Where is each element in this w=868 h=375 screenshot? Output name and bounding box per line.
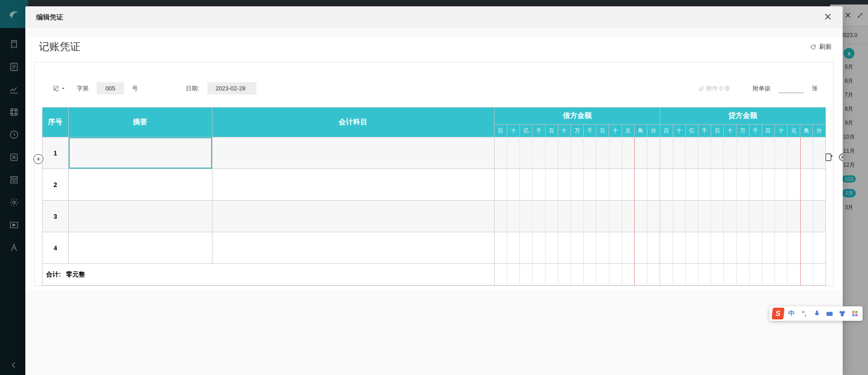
close-icon[interactable]: ✕ — [824, 12, 832, 22]
debit-amount-cell[interactable] — [494, 169, 660, 201]
debit-amount-cell[interactable] — [494, 137, 660, 169]
digit-unit-header: 百 — [545, 125, 558, 137]
modal-body: 记账凭证 刷新 记 字第 005 号 — [25, 28, 843, 375]
row-index: 2 — [42, 169, 69, 201]
svg-rect-6 — [826, 154, 831, 161]
col-debit: 借方金额 — [494, 108, 660, 125]
ime-punct-icon[interactable]: °, — [799, 309, 809, 319]
col-account: 会计科目 — [212, 108, 494, 137]
account-cell[interactable] — [212, 169, 494, 201]
refresh-label: 刷新 — [819, 43, 832, 51]
digit-unit-header: 十 — [558, 125, 571, 137]
totals-row: 合计: 零元整 — [42, 264, 826, 286]
digit-unit-header: 千 — [584, 125, 596, 137]
credit-amount-cell[interactable] — [660, 201, 826, 232]
svg-rect-10 — [855, 311, 858, 313]
credit-amount-cell[interactable] — [660, 232, 826, 264]
summary-input[interactable] — [70, 138, 211, 168]
svg-rect-8 — [826, 312, 833, 316]
summary-cell[interactable] — [68, 201, 212, 232]
col-summary: 摘要 — [68, 108, 212, 137]
date-input[interactable]: 2023-02-28 — [208, 82, 256, 94]
add-row-button[interactable] — [33, 154, 43, 164]
bill-label: 附单据 — [753, 84, 770, 93]
credit-amount-cell[interactable] — [660, 169, 826, 201]
voucher-modal: 编辑凭证 ✕ 记账凭证 刷新 记 字第 — [25, 6, 843, 375]
table-row: 4 — [42, 232, 826, 264]
digit-unit-header: 十 — [609, 125, 622, 137]
account-cell[interactable] — [212, 201, 494, 232]
delete-icon — [838, 153, 843, 162]
voucher-type-dropdown[interactable]: 记 — [50, 84, 69, 94]
voucher-type-value: 记 — [53, 84, 59, 93]
voucher-table: 序号 摘要 会计科目 借方金额 贷方金额 百十亿千百十万千百十元角分百十亿千百十… — [42, 107, 826, 286]
summary-cell[interactable] — [68, 137, 212, 169]
modal-header: 编辑凭证 ✕ — [25, 6, 843, 28]
voucher-table-body: 1234 — [42, 137, 826, 264]
digit-unit-header: 万 — [736, 125, 749, 137]
digit-unit-header: 万 — [571, 125, 583, 137]
voucher-number-input[interactable]: 005 — [97, 82, 124, 94]
plus-icon — [35, 156, 42, 162]
digit-unit-header: 十 — [774, 125, 787, 137]
digit-unit-header: 百 — [711, 125, 724, 137]
table-row: 2 — [42, 169, 826, 201]
refresh-button[interactable]: 刷新 — [810, 43, 832, 51]
refresh-icon — [810, 44, 816, 50]
totals-credit — [660, 264, 826, 286]
ime-skin-icon[interactable] — [837, 309, 847, 319]
digit-unit-header: 亿 — [685, 125, 698, 137]
voucher-table-head: 序号 摘要 会计科目 借方金额 贷方金额 百十亿千百十万千百十元角分百十亿千百十… — [42, 108, 826, 137]
account-cell[interactable] — [212, 137, 494, 169]
col-seq: 序号 — [42, 108, 69, 137]
digit-unit-header: 千 — [698, 125, 711, 137]
chevron-down-icon — [61, 86, 66, 91]
digit-unit-header: 十 — [724, 125, 736, 137]
ime-mic-icon[interactable] — [812, 309, 822, 319]
attachment-label: 附件 0 张 — [706, 84, 730, 93]
row-index: 4 — [42, 232, 69, 264]
digit-unit-header: 分 — [813, 125, 826, 137]
digit-unit-header: 百 — [762, 125, 774, 137]
digit-unit-header: 百 — [596, 125, 609, 137]
digit-unit-header: 百 — [494, 125, 507, 137]
debit-amount-cell[interactable] — [494, 201, 660, 232]
summary-cell[interactable] — [68, 232, 212, 264]
voucher-number-suffix: 号 — [132, 84, 138, 93]
row-index: 3 — [42, 201, 69, 232]
svg-rect-9 — [852, 311, 854, 313]
svg-rect-11 — [852, 314, 854, 316]
page-title: 记账凭证 — [36, 40, 80, 54]
digit-unit-header: 亿 — [520, 125, 533, 137]
ime-menu-icon[interactable] — [850, 309, 860, 319]
bill-unit: 张 — [812, 84, 818, 93]
panel-head: 记账凭证 刷新 — [34, 37, 834, 59]
col-credit: 贷方金额 — [660, 108, 826, 125]
digit-unit-header: 元 — [622, 125, 634, 137]
attachment-button[interactable]: 附件 0 张 — [698, 84, 730, 93]
delete-row-button[interactable] — [838, 152, 843, 162]
date-label: 日期: — [186, 84, 199, 93]
digit-unit-header: 千 — [533, 125, 545, 137]
digit-unit-header: 角 — [634, 125, 647, 137]
digit-unit-header: 十 — [507, 125, 520, 137]
debit-amount-cell[interactable] — [494, 232, 660, 264]
table-row: 1 — [42, 137, 826, 169]
credit-amount-cell[interactable] — [660, 137, 826, 169]
modal-title: 编辑凭证 — [36, 13, 63, 22]
summary-cell[interactable] — [68, 169, 212, 201]
digit-unit-header: 分 — [647, 125, 660, 137]
bill-count-input[interactable] — [778, 84, 804, 93]
voucher-meta-row: 记 字第 005 号 日期: 2023-02-28 附件 0 张 — [42, 82, 826, 107]
digit-unit-header: 十 — [673, 125, 685, 137]
totals-text: 零元整 — [66, 271, 85, 278]
row-index: 1 — [42, 137, 69, 169]
account-cell[interactable] — [212, 232, 494, 264]
ime-lang-indicator[interactable]: 中 — [787, 309, 797, 319]
voucher-panel: 记账凭证 刷新 记 字第 005 号 — [25, 37, 843, 291]
svg-rect-12 — [855, 314, 858, 316]
voucher-number-prefix: 字第 — [77, 84, 89, 93]
ime-toolbar[interactable]: S 中 °, — [769, 306, 863, 321]
ime-keyboard-icon[interactable] — [825, 309, 835, 319]
totals-label: 合计: — [46, 271, 61, 278]
